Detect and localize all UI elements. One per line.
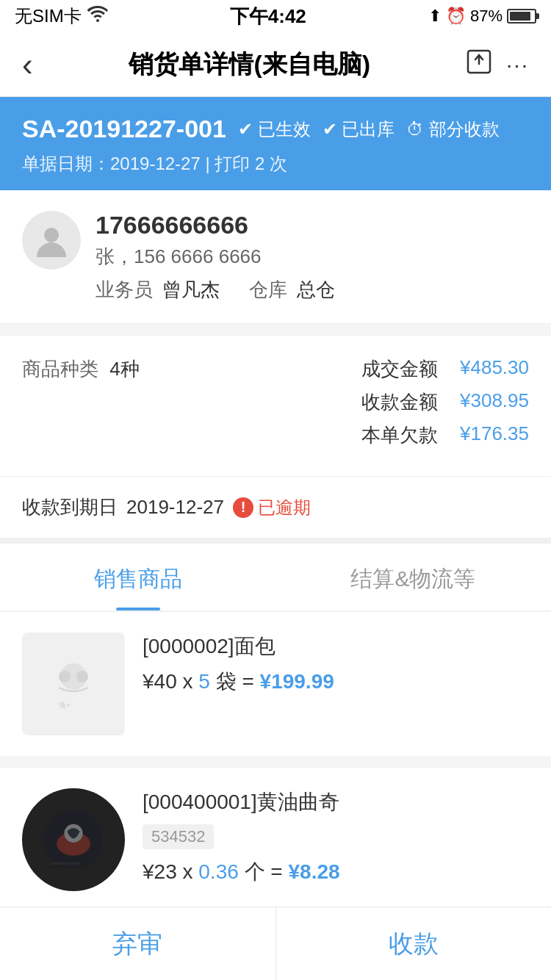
order-id: SA-20191227-001 [22, 115, 226, 143]
product-price-1: ¥40 x 5 袋 = ¥199.99 [143, 668, 529, 696]
total-1: ¥199.99 [260, 670, 334, 693]
due-date-section: 收款到期日 2019-12-27 ! 已逾期 [0, 477, 551, 544]
status-partial-payment: ⏱ 部分收款 [406, 118, 500, 141]
salesperson-value: 曾凡杰 [162, 278, 220, 300]
product-name-2: [000400001]黄油曲奇 [143, 788, 529, 816]
product-thumb-2: diamond whale [22, 788, 125, 891]
product-info-2: [000400001]黄油曲奇 534532 ¥23 x 0.36 个 = ¥8… [143, 788, 529, 886]
status-time: 下午4:42 [230, 4, 306, 29]
price-base-1: ¥40 [143, 670, 177, 693]
status-effective: ✔ 已生效 [238, 118, 311, 141]
customer-section: 17666666666 张，156 6666 6666 业务员 曾凡杰 仓库 总… [0, 190, 551, 324]
price-base-2: ¥23 [143, 860, 177, 883]
alarm-icon: ⏰ [446, 7, 466, 26]
battery-text: 87% [470, 7, 503, 26]
product-item-2: diamond whale [000400001]黄油曲奇 534532 ¥23… [0, 768, 551, 912]
product-name-1: [0000002]面包 [143, 633, 529, 660]
product-list: 兔+ [0000002]面包 ¥40 x 5 袋 = ¥199.99 [0, 612, 551, 912]
status-shipped: ✔ 已出库 [323, 118, 395, 141]
deal-amount-value: ¥485.30 [460, 356, 529, 382]
tab-sales-products[interactable]: 销售商品 [0, 544, 276, 610]
summary-section: 商品种类 4种 成交金额 ¥485.30 收款金额 ¥308.95 本单欠款 ¥… [0, 336, 551, 477]
avatar [22, 211, 81, 270]
due-date-value: 2019-12-27 [126, 496, 224, 519]
svg-text:兔+: 兔+ [59, 701, 71, 709]
warehouse-label: 仓库 [249, 278, 287, 300]
tab-settlement-logistics[interactable]: 结算&物流等 [276, 544, 551, 610]
status-carrier: 无SIM卡 [15, 4, 108, 28]
header-banner: SA-20191227-001 ✔ 已生效 ✔ 已出库 ⏱ 部分收款 单据日期：… [0, 97, 551, 190]
svg-text:diamond whale: diamond whale [51, 861, 79, 865]
amount-summary: 成交金额 ¥485.30 收款金额 ¥308.95 本单欠款 ¥176.35 [361, 356, 529, 455]
overdue-badge: ! 已逾期 [233, 496, 311, 519]
unit-1: 袋 [216, 670, 237, 693]
reject-button[interactable]: 弃审 [0, 907, 276, 980]
status-bar: 无SIM卡 下午4:42 ⬆ ⏰ 87% [0, 0, 551, 32]
overdue-icon: ! [233, 497, 253, 518]
product-price-2: ¥23 x 0.36 个 = ¥8.28 [143, 858, 529, 886]
tabs: 销售商品 结算&物流等 [0, 544, 551, 612]
order-date: 单据日期：2019-12-27 | 打印 2 次 [22, 152, 529, 176]
customer-meta: 业务员 曾凡杰 仓库 总仓 [96, 277, 529, 303]
receipt-amount-value: ¥308.95 [460, 389, 529, 415]
product-thumb-1: 兔+ [22, 633, 125, 735]
customer-id: 17666666666 [96, 211, 529, 239]
wifi-icon [87, 6, 108, 26]
product-type-label: 商品种类 [22, 358, 98, 380]
customer-info: 17666666666 张，156 6666 6666 业务员 曾凡杰 仓库 总… [96, 211, 529, 303]
arrears-value: ¥176.35 [460, 422, 529, 448]
product-info-1: [0000002]面包 ¥40 x 5 袋 = ¥199.99 [143, 633, 529, 696]
due-date-label: 收款到期日 [22, 494, 118, 520]
carrier-text: 无SIM卡 [15, 4, 82, 28]
more-icon[interactable]: ··· [506, 52, 529, 77]
nav-title: 销货单详情(来自电脑) [129, 48, 370, 82]
share-icon[interactable] [467, 49, 491, 79]
qty-2: 0.36 [198, 860, 239, 883]
overdue-text: 已逾期 [258, 496, 311, 519]
svg-point-4 [76, 671, 88, 682]
nav-right: ··· [467, 49, 529, 79]
status-indicators: ⬆ ⏰ 87% [428, 7, 536, 26]
salesperson-label: 业务员 [96, 278, 153, 300]
svg-point-3 [59, 671, 71, 682]
total-2: ¥8.28 [288, 860, 339, 883]
deal-amount-label: 成交金额 [361, 356, 438, 382]
location-icon: ⬆ [428, 7, 442, 26]
nav-left: ‹ [22, 46, 33, 83]
product-type-value: 4种 [109, 358, 139, 380]
receipt-amount-label: 收款金额 [361, 389, 438, 415]
product-tag-2: 534532 [143, 824, 214, 849]
confirm-button[interactable]: 收款 [276, 907, 552, 980]
qty-1: 5 [198, 670, 210, 693]
battery-icon [507, 9, 536, 24]
nav-bar: ‹ 销货单详情(来自电脑) ··· [0, 32, 551, 97]
unit-2: 个 [245, 860, 265, 883]
customer-name-phone: 张，156 6666 6666 [96, 244, 529, 270]
svg-point-1 [44, 228, 59, 242]
product-type-summary: 商品种类 4种 [22, 356, 140, 382]
product-item-1: 兔+ [0000002]面包 ¥40 x 5 袋 = ¥199.99 [0, 612, 551, 756]
back-button[interactable]: ‹ [22, 46, 33, 83]
warehouse-value: 总仓 [297, 278, 335, 300]
arrears-label: 本单欠款 [361, 422, 438, 448]
bottom-bar: 弃审 收款 [0, 907, 551, 980]
